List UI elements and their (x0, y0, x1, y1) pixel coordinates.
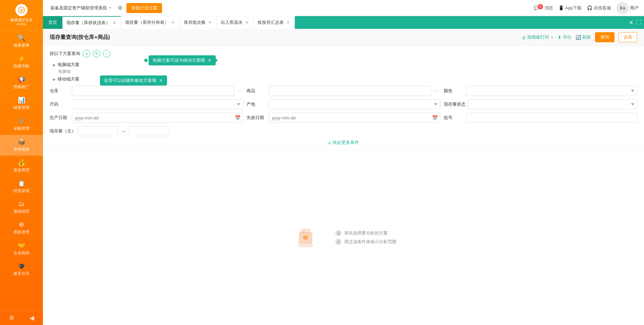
current-stock-label: 现存量（主） (50, 128, 76, 134)
current-stock-from-input[interactable] (78, 126, 118, 136)
warehouse-dots[interactable]: ··· (236, 88, 243, 94)
filter-label: 按以下方案查询 (50, 51, 80, 57)
tab-close-inout[interactable]: ✕ (245, 19, 249, 25)
app-download-action[interactable]: 📱 App下载 (558, 5, 582, 11)
sidebar-item-enterprise[interactable]: 🤝 企业协同 (0, 238, 43, 259)
product-input[interactable] (269, 86, 431, 96)
close-all-tabs-icon[interactable]: ✕ (629, 19, 633, 26)
warehouse-input[interactable] (72, 86, 234, 96)
avatar: Ea (616, 2, 629, 14)
filter-area: 按以下方案查询 + ✎ ← ▶ 电脑端方案 电脑端 ▶ 移动端方案 (43, 46, 644, 150)
sidebar-item-system[interactable]: ⚙ 系统管理 (0, 218, 43, 238)
tab-close-receive-send[interactable]: ✕ (286, 19, 290, 25)
svg-text:好: 好 (20, 9, 23, 12)
tab-batch[interactable]: 库存批次账 ✕ (180, 16, 217, 29)
scheme-desktop-label: 电脑端方案 (58, 62, 79, 68)
sidebar-item-label: 新手引导 (13, 271, 30, 277)
filter-batch-no: 批号 (444, 113, 637, 123)
tabbar-spacer (295, 16, 626, 29)
stock-status-select[interactable] (468, 99, 637, 109)
color-select[interactable] (466, 86, 637, 96)
filter-stock-status: 现存量状态 (444, 99, 637, 109)
basic-info-icon: 🗂 (18, 201, 24, 208)
step-num-1: 1 (335, 230, 341, 236)
purchase-icon: 🛒 (18, 117, 25, 125)
tab-close-batch[interactable]: ✕ (208, 19, 212, 25)
filter-warehouse: 仓库 ··· (50, 86, 243, 96)
edit-scheme-btn[interactable]: ✎ (93, 50, 100, 57)
sidebar-item-label: 营销推广 (13, 84, 30, 90)
batch-no-label: 批号 (444, 115, 464, 121)
collapse-sidebar-icon[interactable]: ◀ (30, 314, 34, 322)
message-action[interactable]: 💬 6 消息 (534, 5, 553, 11)
reset-button[interactable]: 设置 (619, 32, 637, 42)
tab-receive-send[interactable]: 收发存汇总表 ✕ (254, 16, 295, 29)
sidebar-item-label: 系统管理 (13, 229, 30, 235)
sidebar-item-inventory[interactable]: 📦 库存核算 (0, 135, 43, 156)
tab-inventory-status[interactable]: 现存量（库存状况表） ✕ (62, 16, 121, 29)
sidebar-item-quick-nav[interactable]: ⚡ 快捷导航 (0, 52, 43, 72)
expire-date-wrapper: 📅 (269, 113, 440, 123)
size-select[interactable] (72, 99, 243, 109)
sidebar-item-marketing[interactable]: 📢 营销推广 (0, 72, 43, 93)
sidebar-item-sales[interactable]: 📊 销售管理 (0, 93, 43, 114)
content-area: 现存量查询(按仓库+商品) 🖨 按模板打印 ▼ ⬆ 导出 🔄 刷新 查询 设置 (43, 29, 644, 325)
page-header: 现存量查询(按仓库+商品) 🖨 按模板打印 ▼ ⬆ 导出 🔄 刷新 查询 设置 (43, 29, 644, 46)
system-name-label: 装备及固定资产辅助管理系统 (50, 5, 107, 11)
tab-inout[interactable]: 出入库流水 ✕ (217, 16, 254, 29)
print-icon: 🖨 (522, 35, 526, 40)
tab-home-label: 首页 (48, 19, 57, 25)
sidebar-item-finance[interactable]: 💰 资金管理 (0, 156, 43, 176)
topbar: 装备及固定资产辅助管理系统 ▼ ⚙ 体验行业方案 💬 6 消息 📱 App下载 … (43, 0, 644, 16)
scheme-item-desktop[interactable]: ▶ 电脑端方案 (53, 61, 637, 69)
expire-date-label: 失效日期 (247, 115, 267, 121)
collapse-filter-btn[interactable]: ∧ 收起更多条件 (328, 140, 359, 146)
refresh-btn[interactable]: 🔄 刷新 (576, 34, 591, 40)
current-stock-to-input[interactable] (129, 126, 169, 136)
tooltip-desktop-close[interactable]: ✕ (208, 58, 212, 63)
tab-close-inventory-dist[interactable]: ✕ (171, 19, 175, 25)
enterprise-icon: 🤝 (18, 242, 25, 249)
online-service-action[interactable]: 🎧 在线客服 (587, 5, 611, 11)
industry-btn[interactable]: 体验行业方案 (126, 3, 162, 13)
template-print-btn[interactable]: 🖨 按模板打印 ▼ (522, 34, 554, 40)
filter-row-3: 生产日期 📅 失效日期 📅 批号 (50, 113, 637, 123)
filter-origin: 产地 (247, 99, 440, 109)
query-button[interactable]: 查询 (595, 32, 614, 42)
svg-rect-4 (301, 229, 311, 234)
chevron-down-icon: ▼ (108, 6, 112, 10)
sidebar-item-operations[interactable]: 📋 经营管理 (0, 176, 43, 197)
add-scheme-btn[interactable]: + (83, 50, 90, 57)
system-selector[interactable]: 装备及固定资产辅助管理系统 ▼ (48, 4, 114, 12)
back-scheme-btn[interactable]: ← (103, 50, 110, 57)
sidebar-item-label: 资金管理 (13, 167, 30, 173)
tab-inventory-dist[interactable]: 现存量（库存分布表） ✕ (121, 16, 180, 29)
product-label: 商品 (247, 88, 267, 94)
tooltip-edit-close[interactable]: ✕ (159, 78, 163, 83)
tab-home[interactable]: 首页 (43, 16, 62, 29)
svg-point-2 (297, 243, 314, 248)
sidebar-item-label: 企业协同 (13, 250, 30, 256)
sidebar-item-basic-info[interactable]: 🗂 基础信息 (0, 197, 43, 218)
tab-close-inventory-status[interactable]: ✕ (112, 20, 117, 26)
sidebar-item-purchase[interactable]: 🛒 采购管理 (0, 114, 43, 135)
sidebar-item-guide[interactable]: 🎓 新手引导 (0, 259, 43, 280)
filter-rows: 仓库 ··· 商品 ··· 颜色 (50, 86, 637, 136)
tab-batch-label: 库存批次账 (184, 19, 206, 25)
maximize-icon[interactable]: ⛶ (636, 19, 641, 25)
batch-no-input[interactable] (466, 113, 637, 123)
settings-bottom-icon[interactable]: ⚙ (9, 314, 14, 322)
user-action[interactable]: Ea 用户 (616, 2, 639, 14)
export-btn[interactable]: ⬆ 导出 (558, 34, 572, 40)
produce-date-input[interactable] (72, 113, 243, 123)
origin-select[interactable] (269, 99, 440, 109)
scheme-hint: 电脑端 (53, 69, 637, 74)
marketing-icon: 📢 (18, 76, 25, 83)
product-dots[interactable]: ··· (433, 88, 440, 94)
service-icon: 🎧 (587, 5, 592, 10)
svg-rect-6 (303, 236, 308, 239)
scheme-arrow-icon: ▶ (53, 63, 56, 67)
sidebar-item-search-menu[interactable]: 🔍 搜索菜单 (0, 31, 43, 52)
expire-date-input[interactable] (269, 113, 440, 123)
topbar-gear-icon[interactable]: ⚙ (118, 5, 122, 11)
